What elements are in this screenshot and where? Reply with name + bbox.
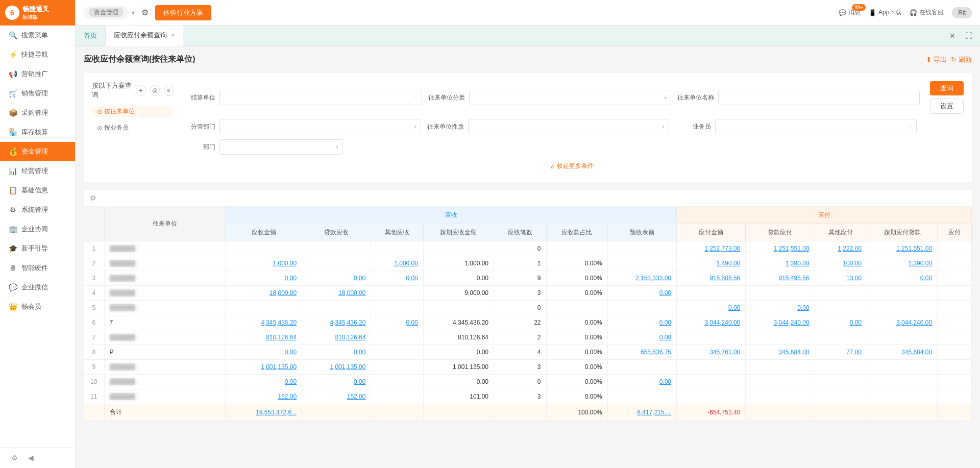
- cell-link[interactable]: 18,000.00: [338, 289, 365, 297]
- cell-link[interactable]: 100.00: [843, 260, 862, 267]
- cell-link[interactable]: 0.00: [659, 289, 671, 297]
- sidebar-item-operations[interactable]: 📊 经营管理: [0, 161, 75, 181]
- filter-title: 按以下方案查询: [92, 81, 132, 100]
- cell-link[interactable]: 2,153,333.00: [635, 275, 671, 282]
- cell-link[interactable]: 0.00: [659, 334, 671, 341]
- cell-link[interactable]: 0.00: [354, 349, 365, 356]
- cell-link[interactable]: 3,044,240.00: [896, 319, 932, 326]
- export-btn[interactable]: ⬆ 导出: [926, 55, 947, 64]
- cell-link[interactable]: 655,636.75: [641, 349, 671, 356]
- cell-link[interactable]: 1,390.00: [908, 260, 932, 267]
- online-service-btn[interactable]: 🎧 在线客服: [910, 8, 944, 17]
- table-settings-icon[interactable]: ⚙: [90, 194, 96, 202]
- cell-link[interactable]: 0.00: [659, 319, 671, 326]
- cell-link[interactable]: 0.00: [920, 275, 932, 282]
- message-btn[interactable]: 💬 消息 99+: [839, 8, 861, 17]
- collapse-more-btn[interactable]: ∧ 收起更多条件: [547, 159, 597, 174]
- cell-link[interactable]: 0.00: [285, 349, 297, 356]
- scheme-by-partner[interactable]: ⊙ 按往来单位: [92, 106, 174, 117]
- sidebar-item-basic[interactable]: 📋 基础信息: [0, 181, 75, 200]
- tab-expand-icon[interactable]: ⛶: [963, 30, 975, 42]
- cell-link[interactable]: 0.00: [354, 275, 365, 282]
- footer-receivable[interactable]: 19,553,472,6...: [226, 404, 302, 421]
- cell-link[interactable]: 3,044,240.00: [773, 319, 809, 326]
- col-overdue-payable: 超期应付货款: [867, 224, 938, 241]
- cell-link[interactable]: 1,000.00: [273, 260, 297, 267]
- cell-link[interactable]: 915,495.56: [778, 275, 809, 282]
- cell-link[interactable]: 345,761.00: [709, 349, 740, 356]
- cell-link[interactable]: 0.00: [285, 275, 297, 282]
- tab-close-icon[interactable]: ✕: [946, 30, 959, 42]
- partner-nature-input[interactable]: ▾: [468, 119, 669, 134]
- tab-close-btn[interactable]: ×: [171, 32, 175, 39]
- sidebar-item-system[interactable]: ⚙ 系统管理: [0, 200, 75, 219]
- partner-name-input[interactable]: [718, 90, 920, 105]
- sidebar-item-sales[interactable]: 🛒 销售管理: [0, 84, 75, 103]
- scheme-by-salesperson[interactable]: ⊙ 按业务员: [92, 121, 174, 134]
- cell-link[interactable]: 1,251,551.00: [773, 245, 809, 252]
- table-row: 6 7 4,345,436.20 4,345,436.20 0.00 4,345…: [84, 315, 972, 330]
- cell-link[interactable]: 0.00: [354, 378, 365, 385]
- cell-link[interactable]: 345,684.00: [901, 349, 932, 356]
- cell-link[interactable]: 1,252,773.00: [704, 245, 740, 252]
- cell-link[interactable]: 1,490.00: [717, 260, 741, 267]
- cell-link[interactable]: 0.00: [728, 304, 740, 311]
- cell-link[interactable]: 1,001,135.00: [261, 363, 297, 371]
- cell-link[interactable]: 1,001,135.00: [330, 363, 365, 371]
- app-download-btn[interactable]: 📱 App下载: [869, 8, 901, 17]
- filter-add-btn[interactable]: +: [136, 85, 145, 96]
- sidebar-item-member[interactable]: 👑 畅会员: [0, 297, 75, 316]
- cell-link[interactable]: 0.00: [406, 275, 418, 282]
- tab-home[interactable]: 首页: [76, 26, 106, 45]
- topbar-gear-btn[interactable]: ⚙: [138, 6, 152, 20]
- cell-link[interactable]: 4,345,436.20: [330, 319, 365, 326]
- cell-link[interactable]: 810,126.64: [335, 334, 365, 341]
- cell-link[interactable]: 1,000.00: [394, 260, 418, 267]
- cell-link[interactable]: 1,222.00: [838, 245, 862, 252]
- cell-link[interactable]: 77.00: [846, 349, 862, 356]
- user-avatar[interactable]: Rit: [952, 7, 972, 18]
- sidebar-collapse-btn[interactable]: ◀: [24, 452, 37, 464]
- cell-link[interactable]: 152.00: [347, 393, 366, 400]
- cell-link[interactable]: 18,000.00: [270, 289, 297, 297]
- salesperson-input[interactable]: ···: [715, 119, 917, 134]
- partner-cat-input[interactable]: ▾: [469, 90, 671, 105]
- scrollable-table[interactable]: 往来单位 应收 应付 应收金额 贷款应收 其他应收 超期应收金额 应收笔数 应收…: [84, 207, 972, 421]
- sidebar-item-enterprise[interactable]: 🏢 企业协同: [0, 219, 75, 239]
- cell-link[interactable]: 152.00: [278, 393, 297, 400]
- settlement-input[interactable]: ···: [219, 90, 422, 105]
- division-input[interactable]: ▾: [219, 119, 421, 134]
- sidebar-item-quick[interactable]: ⚡ 快捷导航: [0, 45, 75, 64]
- cell-link[interactable]: 13.00: [846, 275, 862, 282]
- filter-collapse-btn[interactable]: «: [164, 85, 174, 96]
- sidebar-item-hardware[interactable]: 🖥 智能硬件: [0, 258, 75, 278]
- sidebar-item-inventory[interactable]: 🏪 库存核算: [0, 122, 75, 142]
- settings-btn[interactable]: 设置: [930, 98, 964, 114]
- cell-link[interactable]: 0.00: [406, 319, 418, 326]
- cell-link[interactable]: 0.00: [659, 378, 671, 385]
- cell-link[interactable]: 3,044,240.00: [704, 319, 740, 326]
- solution-btn[interactable]: 体验行业方案: [155, 5, 211, 20]
- cell-link[interactable]: 0.00: [850, 319, 862, 326]
- query-btn[interactable]: 查询: [930, 81, 964, 95]
- footer-advance-balance[interactable]: 6,417,215....: [607, 404, 676, 421]
- sidebar-item-guide[interactable]: 🎓 新手引导: [0, 239, 75, 258]
- sidebar-item-finance[interactable]: 💰 资金管理: [0, 142, 75, 161]
- sidebar-settings-btn[interactable]: ⚙: [8, 452, 20, 464]
- refresh-btn[interactable]: ↻ 刷新: [951, 55, 972, 64]
- cell-link[interactable]: 4,345,436.20: [261, 319, 297, 326]
- cell-link[interactable]: 0.00: [797, 304, 809, 311]
- cell-link[interactable]: 0.00: [285, 378, 297, 385]
- cell-link[interactable]: 1,390.00: [786, 260, 810, 267]
- cell-link[interactable]: 1,251,551.00: [896, 245, 932, 252]
- sidebar-item-weixin[interactable]: 💬 企业微信: [0, 278, 75, 297]
- cell-link[interactable]: 810,126.64: [266, 334, 297, 341]
- cell-link[interactable]: 345,684.00: [778, 349, 809, 356]
- sidebar-item-search[interactable]: 🔍 搜索菜单: [0, 26, 75, 45]
- tab-ar-query[interactable]: 应收应付余额查询 ×: [106, 26, 183, 46]
- cell-link[interactable]: 915,508.56: [709, 275, 740, 282]
- filter-scheme-btn[interactable]: ◎: [150, 85, 160, 96]
- sidebar-item-purchase[interactable]: 📦 采购管理: [0, 103, 75, 122]
- dept-input[interactable]: ▾: [219, 139, 343, 155]
- sidebar-item-marketing[interactable]: 📢 营销推广: [0, 64, 75, 84]
